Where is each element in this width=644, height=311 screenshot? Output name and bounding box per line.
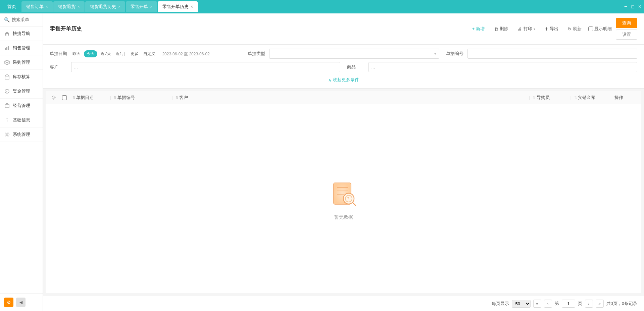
- sidebar-collapse-button[interactable]: ◀: [16, 298, 26, 307]
- sidebar-bottom: ⚙ ◀: [0, 293, 43, 311]
- select-all-checkbox[interactable]: [62, 95, 67, 100]
- tab-retail-open-history[interactable]: 零售开单历史 ×: [158, 1, 198, 12]
- th-date: ⇅ 单据日期: [70, 95, 110, 101]
- goods-dots: ...: [371, 65, 375, 70]
- tab-sales-return-close[interactable]: ×: [78, 4, 80, 9]
- tab-retail-open[interactable]: 零售开单 ×: [126, 1, 157, 12]
- delete-button[interactable]: 🗑 删除: [491, 24, 511, 33]
- tab-home-label: 首页: [7, 4, 16, 10]
- shortcut-7days[interactable]: 近7天: [99, 50, 112, 57]
- page-number-input[interactable]: [562, 300, 575, 308]
- svg-line-18: [352, 202, 355, 205]
- tab-sales-return-history[interactable]: 销货退货历史 ×: [85, 1, 125, 12]
- tab-home[interactable]: 首页: [3, 1, 21, 12]
- tab-sales-return[interactable]: 销货退货 ×: [53, 1, 85, 12]
- sidebar-item-sys-mgmt-label: 系统管理: [13, 132, 30, 138]
- sort-icon[interactable]: ⇅: [72, 96, 75, 99]
- sidebar-search-label: 搜索采单: [12, 17, 29, 23]
- sidebar-item-quick-nav[interactable]: 快捷导航: [0, 27, 43, 41]
- show-detail-checkbox[interactable]: [588, 27, 593, 31]
- page-header: 零售开单历史 + 新增 🗑 删除 🖨 打印 ▾ ⬆ 导出 ↻: [43, 13, 644, 45]
- next-page-button[interactable]: ›: [585, 300, 593, 308]
- sidebar-item-inventory[interactable]: 库存核算: [0, 70, 43, 84]
- table-settings-icon[interactable]: [48, 95, 59, 100]
- window-maximize-btn[interactable]: □: [631, 4, 634, 9]
- query-button[interactable]: 查询: [616, 18, 637, 28]
- search-icon: 🔍: [4, 17, 10, 22]
- filter-customer-input[interactable]: ...: [71, 62, 340, 72]
- sidebar-search[interactable]: 🔍 搜索采单: [0, 13, 43, 27]
- empty-illustration: ?: [327, 177, 360, 210]
- per-page-label: 每页显示: [492, 301, 509, 307]
- filter-type-select[interactable]: ▾: [269, 49, 439, 59]
- sort-icon-guide[interactable]: ⇅: [533, 96, 536, 99]
- filter-goods: 商品 ...: [347, 62, 638, 72]
- warehouse-icon: [4, 74, 10, 80]
- date-range-text: 2023-06-02 至 2023-06-02: [162, 51, 209, 57]
- per-page-select[interactable]: 50 100 200: [512, 300, 531, 308]
- home-icon: [4, 31, 10, 37]
- th-action: 操作: [612, 95, 639, 101]
- sidebar-item-purchase-mgmt[interactable]: 采购管理: [0, 55, 43, 70]
- chart-icon: [4, 45, 10, 51]
- filter-date: 单据日期 昨天 今天 近7天 近1月 更多 自定义 2023-06-02 至 2…: [50, 50, 241, 57]
- sidebar-item-finance[interactable]: ¥ 资金管理: [0, 84, 43, 99]
- shortcut-yesterday[interactable]: 昨天: [71, 50, 82, 57]
- filter-number-input[interactable]: [467, 49, 637, 59]
- sort-icon-num[interactable]: ⇅: [114, 96, 116, 99]
- collapse-icon: ◀: [19, 300, 22, 305]
- main-layout: 🔍 搜索采单 快捷导航 销售管理 采购管理 库存核算: [0, 13, 644, 311]
- sidebar-item-purchase-mgmt-label: 采购管理: [13, 59, 30, 65]
- sort-icon-amount[interactable]: ⇅: [574, 96, 577, 99]
- tab-sales-return-label: 销货退货: [58, 4, 76, 10]
- prev-page-button[interactable]: ‹: [544, 300, 552, 308]
- settings-button[interactable]: 设置: [616, 30, 637, 40]
- shortcut-today[interactable]: 今天: [84, 50, 97, 57]
- sort-icon-customer[interactable]: ⇅: [176, 96, 178, 99]
- shortcut-more[interactable]: 更多: [129, 50, 140, 57]
- empty-text: 暂无数据: [334, 214, 353, 220]
- last-page-button[interactable]: »: [596, 300, 604, 308]
- filter-goods-input[interactable]: ...: [368, 62, 638, 72]
- th-amount: ⇅ 实销金额: [572, 95, 612, 101]
- tab-sales-order[interactable]: 销售订单 ×: [21, 1, 53, 12]
- window-close-btn[interactable]: ×: [638, 4, 641, 10]
- svg-rect-3: [5, 76, 9, 79]
- th-number-label: 单据编号: [117, 95, 135, 101]
- collapse-filter-btn[interactable]: ∧ 收起更多条件: [50, 75, 637, 84]
- filter-customer: 客户 ...: [50, 62, 340, 72]
- svg-rect-2: [8, 46, 9, 50]
- th-action-label: 操作: [614, 95, 623, 101]
- show-detail-toggle[interactable]: 显示明细: [588, 26, 612, 32]
- sidebar-item-basic-info[interactable]: 基础信息: [0, 113, 43, 127]
- tab-retail-open-history-close[interactable]: ×: [191, 4, 193, 9]
- first-page-button[interactable]: «: [533, 300, 541, 308]
- tab-retail-open-history-label: 零售开单历史: [162, 4, 189, 10]
- add-button[interactable]: + 新增: [469, 24, 487, 33]
- svg-text:¥: ¥: [6, 90, 8, 93]
- settings-icon: [4, 132, 10, 138]
- refresh-label: 刷新: [573, 26, 582, 32]
- shortcut-custom[interactable]: 自定义: [142, 50, 157, 57]
- table-area: ⇅ 单据日期 | ⇅ 单据编号 | ⇅ 客户 | ⇅ 导购员 |: [46, 91, 641, 293]
- sidebar-item-sales-mgmt[interactable]: 销售管理: [0, 41, 43, 55]
- table-select-all[interactable]: [59, 95, 70, 100]
- tab-sales-order-close[interactable]: ×: [46, 4, 48, 9]
- svg-rect-8: [7, 120, 7, 122]
- filter-customer-label: 客户: [50, 64, 68, 70]
- tab-sales-return-history-close[interactable]: ×: [118, 4, 120, 9]
- filter-date-shortcuts: 昨天 今天 近7天 近1月 更多 自定义: [71, 50, 157, 57]
- window-minimize-btn[interactable]: −: [624, 4, 627, 10]
- export-button[interactable]: ⬆ 导出: [542, 24, 561, 33]
- th-guide: ⇅ 导购员: [530, 95, 571, 101]
- print-button[interactable]: 🖨 打印 ▾: [515, 24, 538, 33]
- tab-retail-open-close[interactable]: ×: [150, 4, 152, 9]
- sidebar-item-sys-mgmt[interactable]: 系统管理: [0, 127, 43, 142]
- filter-area: 单据日期 昨天 今天 近7天 近1月 更多 自定义 2023-06-02 至 2…: [43, 45, 644, 89]
- pagination-bar: 每页显示 50 100 200 « ‹ 第 页 › » 共0页，0条记录: [43, 296, 644, 311]
- sidebar-item-business[interactable]: 经营管理: [0, 99, 43, 113]
- customer-dots: ...: [74, 65, 78, 70]
- gear-button[interactable]: ⚙: [4, 298, 13, 307]
- shortcut-1month[interactable]: 近1月: [114, 50, 128, 57]
- refresh-button[interactable]: ↻ 刷新: [565, 24, 584, 33]
